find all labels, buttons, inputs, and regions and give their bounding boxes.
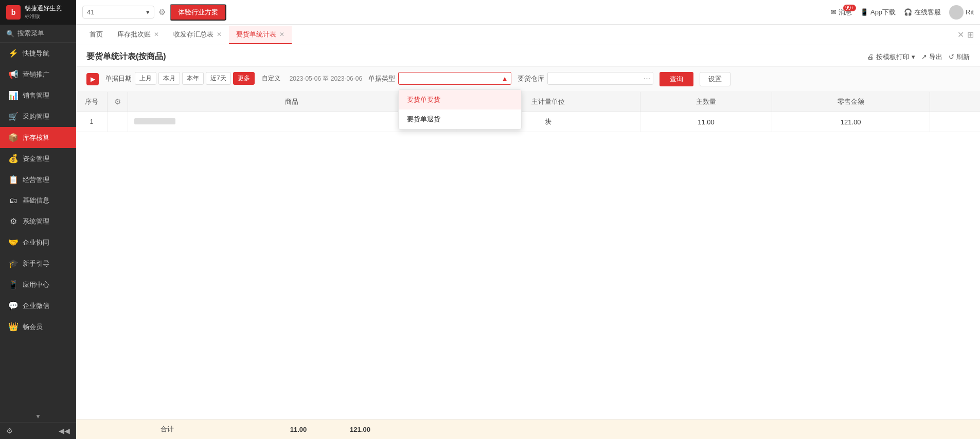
sidebar-nav: ⚡ 快捷导航 📢 营销推广 📊 销售管理 🛒 采购管理 📦 库存核算 💰 资金管… xyxy=(0,43,76,411)
window-maximize-btn[interactable]: ⊞ xyxy=(967,30,974,40)
date-btn-last-7-days[interactable]: 近7天 xyxy=(206,72,231,85)
tab-collection-summary[interactable]: 收发存汇总表 ✕ xyxy=(166,26,229,44)
tab-home[interactable]: 首页 xyxy=(82,26,110,44)
warehouse-input[interactable] xyxy=(547,72,653,85)
settings-btn[interactable]: 设置 xyxy=(700,72,730,86)
sidebar-collapse-btn[interactable]: ◀◀ xyxy=(59,427,70,435)
print-btn[interactable]: 🖨 按模板打印 ▾ xyxy=(867,52,915,62)
date-label: 单据日期 xyxy=(105,74,132,83)
filter-warehouse-group: 要货仓库 ··· xyxy=(518,72,653,85)
sidebar-settings-btn[interactable]: ⚙ xyxy=(6,427,13,435)
tabbar: 首页 库存批次账 ✕ 收发存汇总表 ✕ 要货单统计表 ✕ ✕ ⊞ xyxy=(76,25,980,45)
refresh-btn[interactable]: ↺ 刷新 xyxy=(949,52,970,62)
print-label: 按模板打印 xyxy=(876,52,910,62)
export-btn[interactable]: ↗ 导出 xyxy=(921,52,942,62)
messages-btn[interactable]: ✉ 消息 99+ xyxy=(831,8,852,17)
guide-icon: 🎓 xyxy=(8,259,19,268)
print-icon: 🖨 xyxy=(867,53,874,61)
filter-date-btns: 上月 本月 本年 近7天 更多 xyxy=(135,72,255,85)
sidebar-item-system[interactable]: ⚙ 系统管理 xyxy=(0,211,76,232)
content: 要货单统计表(按商品) 🖨 按模板打印 ▾ ↗ 导出 ↺ 刷新 ▶ xyxy=(76,45,980,439)
sidebar-item-label: 销售管理 xyxy=(23,91,49,100)
type-dropdown-menu: 要货单要货 要货单退货 xyxy=(398,89,522,130)
chevron-down-icon: ▾ xyxy=(146,8,150,16)
cell-extra xyxy=(930,112,980,132)
search-label: 搜索菜单 xyxy=(17,29,44,38)
app-logo: b 畅捷通好生意 标准版 xyxy=(0,0,76,25)
date-btn-more[interactable]: 更多 xyxy=(233,72,255,85)
scroll-down-arrow[interactable]: ▼ xyxy=(35,413,41,420)
col-settings: ⚙ xyxy=(107,92,128,112)
store-selector[interactable]: 41 ▾ xyxy=(82,6,154,19)
date-range: 2023-05-06 至 2023-06-06 xyxy=(290,75,362,83)
app-download-btn[interactable]: 📱 App下载 xyxy=(860,8,896,17)
phone-icon: 📱 xyxy=(860,8,868,16)
promo-btn[interactable]: 体验行业方案 xyxy=(170,4,226,21)
headset-icon: 🎧 xyxy=(904,8,912,16)
store-value: 41 xyxy=(87,8,94,16)
col-quantity: 主数量 xyxy=(640,92,772,112)
sidebar-item-wechat[interactable]: 💬 企业微信 xyxy=(0,295,76,316)
table-row: 1 块 11.00 121.00 xyxy=(76,112,980,132)
sidebar-item-inventory[interactable]: 📦 库存核算 xyxy=(0,127,76,148)
sidebar-item-basic[interactable]: 🗂 基础信息 xyxy=(0,190,76,211)
topbar-right: ✉ 消息 99+ 📱 App下载 🎧 在线客服 Rit xyxy=(831,5,974,20)
sidebar-item-appstore[interactable]: 📱 应用中心 xyxy=(0,274,76,295)
sidebar-item-finance[interactable]: 💰 资金管理 xyxy=(0,148,76,169)
quick-nav-icon: ⚡ xyxy=(8,48,19,58)
online-service-btn[interactable]: 🎧 在线客服 xyxy=(904,8,941,17)
sidebar: b 畅捷通好生意 标准版 🔍 搜索菜单 ⚡ 快捷导航 📢 营销推广 📊 销售管理… xyxy=(0,0,76,439)
system-icon: ⚙ xyxy=(8,216,19,226)
type-dropdown-arrow[interactable]: ▲ xyxy=(501,75,508,83)
window-close-btn[interactable]: ✕ xyxy=(957,30,964,40)
online-service-label: 在线客服 xyxy=(914,8,941,17)
sidebar-item-quick-nav[interactable]: ⚡ 快捷导航 xyxy=(0,43,76,64)
table-settings-icon[interactable]: ⚙ xyxy=(114,97,121,106)
sidebar-item-marketing[interactable]: 📢 营销推广 xyxy=(0,64,76,85)
sidebar-item-label: 经营管理 xyxy=(23,175,49,185)
warehouse-more-icon[interactable]: ··· xyxy=(644,74,650,83)
dropdown-item-order-goods[interactable]: 要货单要货 xyxy=(399,90,521,109)
logo-icon: b xyxy=(6,5,21,20)
tab-home-label: 首页 xyxy=(90,30,103,39)
tab-collection-summary-close[interactable]: ✕ xyxy=(217,31,222,38)
date-btn-last-month[interactable]: 上月 xyxy=(135,72,156,85)
app-download-label: App下载 xyxy=(870,8,896,17)
message-icon: ✉ xyxy=(831,8,836,16)
sidebar-item-cooperation[interactable]: 🤝 企业协同 xyxy=(0,232,76,253)
sidebar-item-label: 基础信息 xyxy=(23,196,49,205)
topbar-gear-icon[interactable]: ⚙ xyxy=(158,7,166,17)
refresh-icon: ↺ xyxy=(949,53,954,61)
user-avatar-btn[interactable]: Rit xyxy=(949,5,974,20)
type-input[interactable] xyxy=(398,72,511,85)
search-menu[interactable]: 🔍 搜索菜单 xyxy=(0,25,76,43)
data-table: 序号 ⚙ 商品 主计量单位 主数量 零售金额 1 xyxy=(76,92,980,132)
tab-order-summary[interactable]: 要货单统计表 ✕ xyxy=(229,26,292,44)
date-btn-this-month[interactable]: 本月 xyxy=(158,72,180,85)
tab-batch-stock-close[interactable]: ✕ xyxy=(154,31,159,38)
tab-order-summary-close[interactable]: ✕ xyxy=(279,31,284,38)
sidebar-item-label: 新手引导 xyxy=(23,259,49,268)
sidebar-item-label: 企业微信 xyxy=(23,301,49,310)
date-custom-btn[interactable]: 自定义 xyxy=(258,72,284,84)
date-btn-this-year[interactable]: 本年 xyxy=(182,72,204,85)
query-btn[interactable]: 查询 xyxy=(660,72,693,86)
app-badge: 标准版 xyxy=(25,13,62,20)
tab-batch-stock[interactable]: 库存批次账 ✕ xyxy=(110,26,166,44)
sidebar-item-label: 快捷导航 xyxy=(23,49,49,58)
warehouse-label: 要货仓库 xyxy=(518,74,544,83)
sidebar-item-operations[interactable]: 📋 经营管理 xyxy=(0,169,76,190)
sidebar-item-purchase[interactable]: 🛒 采购管理 xyxy=(0,106,76,127)
topbar: 41 ▾ ⚙ 体验行业方案 ✉ 消息 99+ 📱 App下载 🎧 在线客服 Ri… xyxy=(76,0,980,25)
sidebar-item-guide[interactable]: 🎓 新手引导 xyxy=(0,253,76,274)
sidebar-item-label: 营销推广 xyxy=(23,70,49,79)
cooperation-icon: 🤝 xyxy=(8,237,19,247)
sidebar-item-sales[interactable]: 📊 销售管理 xyxy=(0,85,76,106)
member-icon: 👑 xyxy=(8,322,19,332)
dropdown-item-order-return[interactable]: 要货单退货 xyxy=(399,109,521,129)
appstore-icon: 📱 xyxy=(8,280,19,289)
sidebar-item-member[interactable]: 👑 畅会员 xyxy=(0,316,76,337)
filter-toggle-btn[interactable]: ▶ xyxy=(86,73,99,85)
sidebar-footer: ⚙ ◀◀ xyxy=(0,422,76,439)
sidebar-item-label: 畅会员 xyxy=(23,322,43,332)
